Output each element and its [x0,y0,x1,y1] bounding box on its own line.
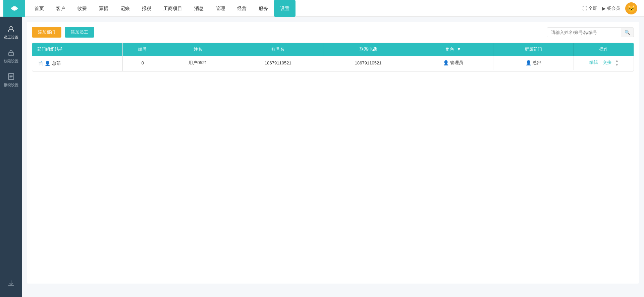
filter-icon[interactable]: ▼ [457,47,461,52]
sidebar-item-download[interactable] [0,275,22,292]
sidebar-label-tax: 报税设置 [4,83,18,88]
logo[interactable] [3,0,25,17]
dept-tree-body: 📄 👤 总部 [32,56,122,71]
table-row: 0 用户0521 18679110521 18679110521 👤 管理员 [123,56,634,70]
scroll-down-icon: ▼ [615,63,619,67]
download-icon [6,279,16,288]
scroll-arrows[interactable]: ▲ ▼ [614,59,620,67]
nav-settings[interactable]: 设置 [274,0,296,17]
search-button[interactable]: 🔍 [621,28,634,37]
add-dept-button[interactable]: 添加部门 [32,27,61,38]
body-layout: 部门组织结构 📄 👤 总部 编号 姓名 账号名 [32,43,634,71]
cell-name: 用户0521 [163,56,233,70]
nav-business[interactable]: 工商项目 [157,0,188,17]
sidebar-bottom [0,275,22,297]
nav-bills[interactable]: 票据 [93,0,114,17]
user-avatar[interactable]: 🐱 [625,2,637,14]
cell-role: 👤 管理员 [413,56,493,70]
col-header-phone: 联系电话 [323,43,413,56]
nav-operation[interactable]: 经营 [231,0,253,17]
dept-person-icon: 👤 [45,61,50,66]
sidebar: 员工设置 权限设置 报税设置 [0,17,22,297]
table-header-row: 编号 姓名 账号名 联系电话 角色 ▼ 所属部门 操作 [123,43,634,56]
nav-fee[interactable]: 收费 [71,0,93,17]
svg-point-3 [10,54,11,55]
col-header-account: 账号名 [233,43,323,56]
topbar: 首页 客户 收费 票据 记账 报税 工商项目 消息 管理 经营 服务 设置 ⛶ … [0,0,644,17]
lock-icon [6,48,16,57]
dept-tree-header: 部门组织结构 [32,43,122,56]
cell-action: 编辑 交接 ▲ ▼ [574,56,634,70]
staff-table: 编号 姓名 账号名 联系电话 角色 ▼ 所属部门 操作 [123,43,634,70]
search-input[interactable] [547,28,621,37]
dept-item-root[interactable]: 📄 👤 总部 [36,58,119,68]
fullscreen-label: 全屏 [588,5,597,11]
role-label: 管理员 [450,60,463,66]
search-icon: 🔍 [625,30,630,35]
fullscreen-btn[interactable]: ⛶ 全屏 [582,5,597,11]
nav-accounting[interactable]: 记账 [114,0,136,17]
nav-client[interactable]: 客户 [50,0,71,17]
nav-manage[interactable]: 管理 [210,0,231,17]
topbar-right: ⛶ 全屏 ▶ 畅会员 🐱 [582,2,641,14]
vip-label: 畅会员 [607,5,620,11]
cell-account: 18679110521 [233,56,323,70]
sidebar-label-employee: 员工设置 [4,35,18,40]
dept-tree: 部门组织结构 📄 👤 总部 [32,43,123,71]
content-area: 添加部门 添加员工 🔍 部门组织结构 📄 👤 总部 [27,22,639,284]
cell-phone: 18679110521 [323,56,413,70]
col-header-dept: 所属部门 [493,43,574,56]
tax-icon [6,72,16,81]
cell-dept: 👤 总部 [493,56,574,70]
nav-service[interactable]: 服务 [253,0,274,17]
main-content: 添加部门 添加员工 🔍 部门组织结构 📄 👤 总部 [22,17,644,297]
staff-table-wrap: 编号 姓名 账号名 联系电话 角色 ▼ 所属部门 操作 [123,43,634,71]
svg-point-0 [13,7,16,10]
col-header-num: 编号 [123,43,163,56]
edit-link[interactable]: 编辑 [589,60,598,65]
add-staff-button[interactable]: 添加员工 [65,27,94,38]
sidebar-label-permission: 权限设置 [4,59,18,64]
main-nav: 首页 客户 收费 票据 记账 报税 工商项目 消息 管理 经营 服务 设置 [29,0,582,17]
search-area: 🔍 [547,28,634,37]
file-icon: 📄 [37,61,43,66]
nav-tax[interactable]: 报税 [136,0,157,17]
vip-icon: ▶ [602,6,606,11]
col-header-action: 操作 [574,43,634,56]
dept-label: 总部 [533,60,541,66]
sidebar-item-employee[interactable]: 员工设置 [0,20,22,44]
sidebar-item-permission[interactable]: 权限设置 [0,44,22,68]
person-settings-icon [6,24,16,34]
toolbar: 添加部门 添加员工 🔍 [32,27,634,38]
transfer-link[interactable]: 交接 [603,60,611,65]
nav-home[interactable]: 首页 [29,0,50,17]
dept-person-icon-row: 👤 [526,60,531,65]
col-header-role: 角色 ▼ [413,43,493,56]
scroll-up-icon: ▲ [615,59,619,62]
vip-btn[interactable]: ▶ 畅会员 [602,5,620,11]
col-header-name: 姓名 [163,43,233,56]
sidebar-item-tax[interactable]: 报税设置 [0,68,22,92]
cell-num: 0 [123,56,163,70]
role-person-icon: 👤 [443,60,449,65]
nav-message[interactable]: 消息 [188,0,210,17]
dept-item-label: 总部 [52,60,61,66]
svg-point-1 [10,27,12,29]
fullscreen-icon: ⛶ [582,6,587,11]
